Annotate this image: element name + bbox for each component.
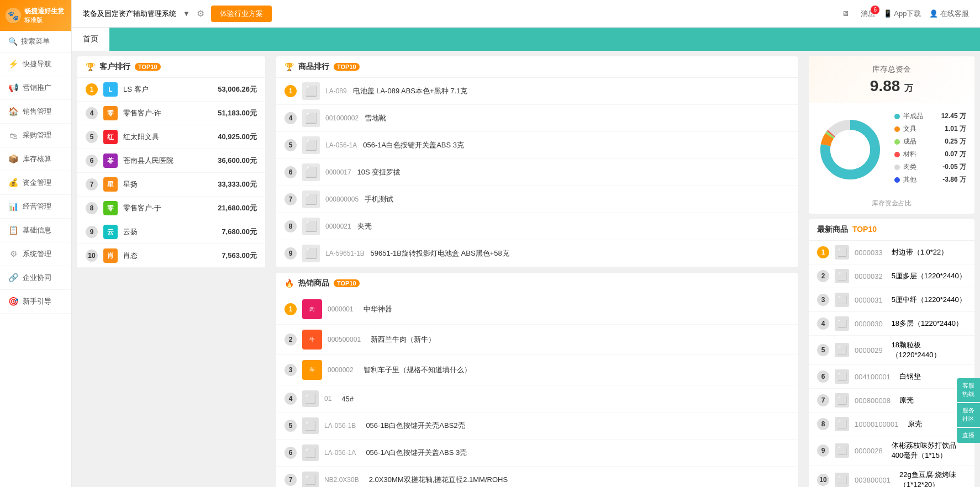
main-content: 装备及固定资产辅助管理系统 ▼ ⚙ 体验行业方案 🖥 6 消息 📱 App下载 … <box>72 0 980 487</box>
sidebar-item-shortcut[interactable]: ⚡ 快捷导航 <box>0 52 71 76</box>
new-product-2[interactable]: 2 ⬜ 0000032 5厘多层（1220*2440） <box>809 264 974 288</box>
sidebar-item-collab[interactable]: 🔗 企业协同 <box>0 266 71 290</box>
new-thumb-10: ⬜ <box>835 473 849 487</box>
tab-home[interactable]: 首页 <box>72 28 109 51</box>
customer-value-7: 7,680.00元 <box>222 227 257 237</box>
sidebar-item-label: 销售管理 <box>23 107 51 117</box>
legend-dot-1 <box>894 114 900 119</box>
new-product-1[interactable]: 1 ⬜ 0000033 封边带（1.0*22） <box>809 241 974 264</box>
sidebar-item-label: 企业协同 <box>23 273 51 283</box>
new-product-4[interactable]: 4 ⬜ 0000030 18多层（1220*2440） <box>809 312 974 336</box>
float-buttons: 客服热线 服务社区 直播 <box>957 378 980 443</box>
customer-rank-4[interactable]: 6 苓 苍南县人民医院 36,600.00元 <box>77 149 265 173</box>
product-rank-1[interactable]: 1 ⬜ LA-089 电池盖 LA-089 ABS本色+黑种 7.1克 <box>276 78 798 105</box>
header-dropdown[interactable]: ▼ <box>183 9 190 18</box>
hot-product-7[interactable]: 7 ⬜ NB2.0X30B 2.0X30MM双搓花轴,搓花直径2.1MM/ROH… <box>276 467 798 487</box>
new-product-7[interactable]: 7 ⬜ 000800008 原壳 <box>809 389 974 412</box>
product-rank-4[interactable]: 6 ⬜ 0000017 10S 变扭罗拔 <box>276 159 798 186</box>
trial-button[interactable]: 体验行业方案 <box>211 6 272 22</box>
new-thumb-9: ⬜ <box>835 443 849 458</box>
product-rank-5[interactable]: 7 ⬜ 000800005 手机测试 <box>276 186 798 213</box>
trophy-icon-2: 🏆 <box>284 62 294 71</box>
hot-product-6[interactable]: 6 ⬜ LA-056-1A 056-1A白色按键开关盖ABS 3壳 <box>276 440 798 467</box>
logo-subtitle: 标准版 <box>24 16 64 24</box>
sidebar: 🐾 畅捷通好生意 标准版 🔍 搜索菜单 ⚡ 快捷导航 📢 营销推广 🏠 销售管理… <box>0 0 72 487</box>
customer-avatar-6: 零 <box>103 201 118 215</box>
hot-product-2[interactable]: 2 牛 000500001 新西兰牛肉（新牛） <box>276 325 798 355</box>
page-content: 🏆 客户排行 TOP10 1 L LS 客户 53,006.26元 4 零 零售… <box>72 51 980 487</box>
product-thumb-5: ⬜ <box>302 190 320 208</box>
new-rank-10: 10 <box>817 474 829 486</box>
inventory-icon: 📦 <box>8 154 18 164</box>
hot-product-5[interactable]: 5 ⬜ LA-056-1B 056-1B白色按键开关壳ABS2壳 <box>276 412 798 440</box>
sidebar-item-guide[interactable]: 🎯 新手引导 <box>0 290 71 314</box>
sidebar-item-inventory[interactable]: 📦 库存核算 <box>0 147 71 171</box>
sidebar-item-label: 基础信息 <box>23 225 51 235</box>
sidebar-item-sales[interactable]: 🏠 销售管理 <box>0 100 71 124</box>
product-rank-3[interactable]: 5 ⬜ LA-056-1A 056-1A白色按键开关盖ABS 3克 <box>276 132 798 159</box>
hot-rank-1: 1 <box>284 303 297 315</box>
product-code-5: 000800005 <box>325 195 359 203</box>
customer-ranking-badge: TOP10 <box>135 63 161 71</box>
sidebar-item-marketing[interactable]: 📢 营销推广 <box>0 76 71 100</box>
customer-rank-6[interactable]: 8 零 零售客户·于 21,680.00元 <box>77 197 265 220</box>
hot-code-6: LA-056-1A <box>324 449 356 457</box>
sidebar-item-operation[interactable]: 📊 经营管理 <box>0 195 71 219</box>
new-product-9[interactable]: 9 ⬜ 0000028 体彬荔枝味苏打饮品400毫升（1*15） <box>809 436 974 465</box>
product-rank-2[interactable]: 4 ⬜ 001000002 雪地靴 <box>276 105 798 132</box>
right-panel: 库存总资金 9.88 万 <box>803 51 980 487</box>
sidebar-item-system[interactable]: ⚙ 系统管理 <box>0 242 71 266</box>
sidebar-item-finance[interactable]: 💰 资金管理 <box>0 171 71 195</box>
hot-product-4[interactable]: 4 ⬜ 01 45# <box>276 385 798 412</box>
hot-product-3[interactable]: 3 车 0000002 智利车子里（规格不知道填什么） <box>276 355 798 385</box>
new-product-8[interactable]: 8 ⬜ 10000100001 原壳 <box>809 412 974 436</box>
new-product-10[interactable]: 10 ⬜ 003800001 22g鱼豆腐·烧烤味（1*12*20） <box>809 465 974 487</box>
new-code-5: 0000029 <box>855 346 883 354</box>
sidebar-item-base[interactable]: 📋 基础信息 <box>0 219 71 242</box>
legend-dot-5 <box>894 165 900 170</box>
service-label: 在线客服 <box>940 9 969 18</box>
product-name-5: 手机测试 <box>365 195 393 203</box>
customer-rank-7[interactable]: 9 云 云扬 7,680.00元 <box>77 220 265 244</box>
message-badge[interactable]: 🖥 6 消息 <box>842 9 876 19</box>
new-product-3[interactable]: 3 ⬜ 0000031 5厘中纤（1220*2440） <box>809 288 974 312</box>
hot-code-7: NB2.0X30B <box>324 476 359 484</box>
online-service[interactable]: 👤 在线客服 <box>929 9 969 19</box>
new-product-5[interactable]: 5 ⬜ 0000029 18颗粒板（1220*2440） <box>809 336 974 365</box>
customer-rank-2[interactable]: 4 零 零售客户·许 51,183.00元 <box>77 102 265 125</box>
new-thumb-5: ⬜ <box>835 343 849 357</box>
new-product-6[interactable]: 6 ⬜ 004100001 白钢垫 <box>809 365 974 389</box>
search-menu[interactable]: 🔍 搜索菜单 <box>0 31 71 52</box>
product-rank-7[interactable]: 9 ⬜ LA-59651-1B 59651-1B旋转投影灯电池盒 ABS黑色+5… <box>276 240 798 267</box>
product-name-6: 夹壳 <box>357 222 372 230</box>
float-btn-service[interactable]: 客服热线 <box>957 378 980 402</box>
float-btn-community[interactable]: 服务社区 <box>957 403 980 427</box>
rank-number-2: 4 <box>86 107 98 119</box>
sidebar-item-purchase[interactable]: 🛍 采购管理 <box>0 124 71 147</box>
customer-rank-3[interactable]: 5 红 红太阳文具 40,925.00元 <box>77 125 265 149</box>
legend-item-2: 文具 1.01 万 <box>894 124 966 134</box>
new-products-header: 最新商品 TOP10 <box>809 219 974 241</box>
new-name-5: 18颗粒板（1220*2440） <box>892 340 966 360</box>
customer-rank-1[interactable]: 1 L LS 客户 53,006.26元 <box>77 78 265 102</box>
app-download[interactable]: 📱 App下载 <box>883 9 921 19</box>
legend-name-6: 其他 <box>903 175 939 184</box>
new-rank-1: 1 <box>817 246 829 258</box>
customer-rank-8[interactable]: 10 肖 肖态 7,563.00元 <box>77 244 265 268</box>
new-name-1: 封边带（1.0*22） <box>892 247 949 257</box>
product-ranking-card: 🏆 商品排行 TOP10 1 ⬜ LA-089 电池盖 LA-089 ABS本色… <box>276 56 798 267</box>
new-products-title: 最新商品 TOP10 <box>817 225 877 235</box>
left-panel: 🏆 客户排行 TOP10 1 L LS 客户 53,006.26元 4 零 零售… <box>72 51 271 487</box>
sidebar-item-label: 经营管理 <box>23 202 51 211</box>
customer-avatar-8: 肖 <box>103 248 118 263</box>
inventory-card: 库存总资金 9.88 万 <box>809 56 974 214</box>
customer-avatar-1: L <box>103 82 118 97</box>
product-name-2: 雪地靴 <box>365 114 386 122</box>
inventory-legend: 半成品 12.45 万 文具 1.01 万 成品 0.25 万 <box>894 112 966 188</box>
customer-rank-5[interactable]: 7 星 星扬 33,333.00元 <box>77 173 265 197</box>
hot-product-1[interactable]: 1 肉 0000001 中华神器 <box>276 294 798 325</box>
product-rank-6[interactable]: 8 ⬜ 0000021 夹壳 <box>276 213 798 240</box>
base-icon: 📋 <box>8 225 18 235</box>
settings-icon[interactable]: ⚙ <box>197 8 204 19</box>
float-btn-live[interactable]: 直播 <box>957 428 980 443</box>
